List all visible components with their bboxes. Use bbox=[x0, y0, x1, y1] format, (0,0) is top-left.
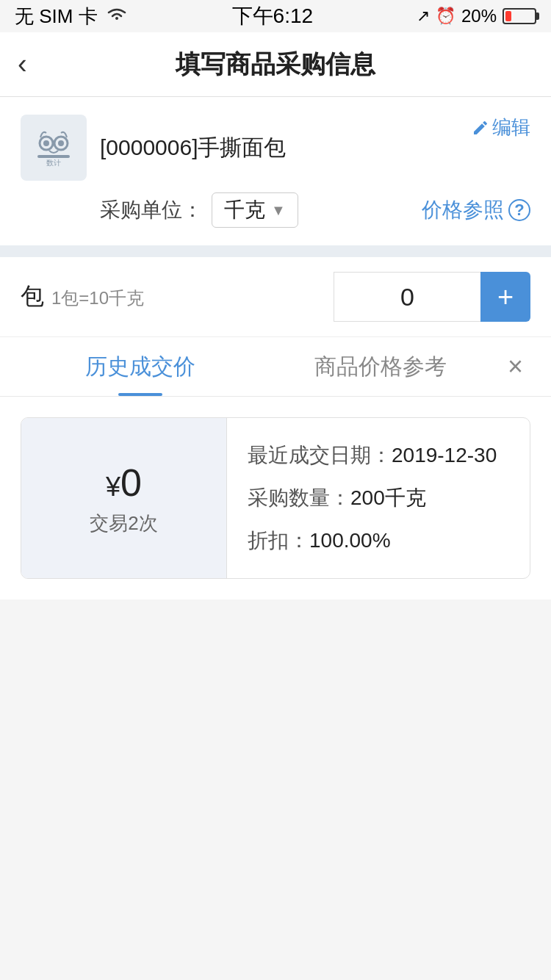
product-left: 数计 [0000006]手撕面包 bbox=[21, 115, 286, 181]
carrier-text: 无 SIM 卡 bbox=[15, 4, 98, 29]
tab-price-reference[interactable]: 商品价格参考 bbox=[260, 337, 500, 396]
unit-value: 千克 bbox=[224, 196, 265, 224]
product-card: 数计 [0000006]手撕面包 编辑 采购单位： 千克 ▼ 价格参照 ? bbox=[0, 97, 551, 245]
purchase-qty-label: 采购数量： bbox=[248, 486, 350, 509]
purchase-qty-value: 200千克 bbox=[350, 486, 426, 509]
battery-icon bbox=[503, 8, 536, 24]
recent-date-label: 最近成交日期： bbox=[248, 444, 392, 466]
discount-row: 折扣：100.00% bbox=[248, 525, 509, 556]
quantity-input-group: 0 + bbox=[334, 272, 530, 322]
quantity-input[interactable]: 0 bbox=[334, 272, 480, 322]
help-icon: ? bbox=[508, 199, 530, 221]
edit-button[interactable]: 编辑 bbox=[472, 115, 530, 140]
tabs-header: 历史成交价 商品价格参考 × bbox=[0, 337, 551, 397]
tab-history-price[interactable]: 历史成交价 bbox=[21, 337, 260, 396]
battery-percent: 20% bbox=[461, 6, 497, 26]
history-trades-count: 交易2次 bbox=[90, 511, 157, 536]
currency-symbol: ¥ bbox=[106, 472, 120, 502]
main-body bbox=[0, 599, 551, 980]
quantity-unit-label: 包 bbox=[21, 281, 44, 313]
history-price-card: ¥0 交易2次 最近成交日期：2019-12-30 采购数量：200千克 折扣：… bbox=[21, 417, 530, 579]
tab-content: ¥0 交易2次 最近成交日期：2019-12-30 采购数量：200千克 折扣：… bbox=[0, 397, 551, 599]
discount-label: 折扣： bbox=[248, 529, 309, 552]
product-full-name: [0000006]手撕面包 bbox=[100, 133, 286, 163]
history-price-left: ¥0 交易2次 bbox=[21, 418, 227, 578]
plus-icon: + bbox=[497, 281, 514, 313]
page-title: 填写商品采购信息 bbox=[176, 48, 375, 82]
history-price-right: 最近成交日期：2019-12-30 采购数量：200千克 折扣：100.00% bbox=[227, 418, 530, 578]
status-bar: 无 SIM 卡 下午6:12 ↗ ⏰ 20% bbox=[0, 0, 551, 32]
history-price-value: ¥0 bbox=[106, 461, 142, 505]
quantity-row: 包 1包=10千克 0 + bbox=[0, 257, 551, 337]
quantity-plus-button[interactable]: + bbox=[480, 272, 530, 322]
product-thumbnail: 数计 bbox=[21, 115, 87, 181]
tabs-close-button[interactable]: × bbox=[500, 353, 530, 380]
svg-point-3 bbox=[58, 140, 64, 146]
recent-date-value: 2019-12-30 bbox=[392, 444, 497, 466]
dropdown-arrow-icon: ▼ bbox=[271, 202, 286, 219]
svg-rect-4 bbox=[37, 155, 70, 158]
price-ref-label: 价格参照 bbox=[422, 196, 504, 224]
quantity-conversion: 1包=10千克 bbox=[51, 287, 144, 310]
location-icon: ↗ bbox=[417, 7, 430, 26]
status-right: ↗ ⏰ 20% bbox=[417, 6, 536, 26]
status-left: 无 SIM 卡 bbox=[15, 4, 129, 29]
status-time: 下午6:12 bbox=[232, 2, 314, 30]
product-logo-icon: 数计 bbox=[32, 123, 76, 173]
nav-bar: ‹ 填写商品采购信息 bbox=[0, 32, 551, 97]
product-top-row: 数计 [0000006]手撕面包 编辑 bbox=[21, 115, 530, 181]
price-reference-button[interactable]: 价格参照 ? bbox=[422, 196, 530, 224]
tabs-section: 历史成交价 商品价格参考 × ¥0 交易2次 最近成交日期：2019-12-30… bbox=[0, 337, 551, 599]
recent-date-row: 最近成交日期：2019-12-30 bbox=[248, 440, 509, 471]
price-number: 0 bbox=[120, 461, 142, 504]
unit-select[interactable]: 千克 ▼ bbox=[212, 192, 298, 228]
quantity-label-group: 包 1包=10千克 bbox=[21, 281, 144, 313]
back-button[interactable]: ‹ bbox=[18, 48, 27, 80]
svg-text:数计: 数计 bbox=[46, 159, 61, 167]
unit-label: 采购单位： bbox=[100, 196, 203, 224]
wifi-icon bbox=[105, 5, 129, 28]
alarm-icon: ⏰ bbox=[436, 7, 455, 26]
purchase-qty-row: 采购数量：200千克 bbox=[248, 483, 509, 514]
discount-value: 100.00% bbox=[309, 529, 391, 552]
section-divider bbox=[0, 245, 551, 257]
svg-point-2 bbox=[43, 140, 49, 146]
quantity-value: 0 bbox=[400, 283, 414, 311]
product-unit-row: 采购单位： 千克 ▼ 价格参照 ? bbox=[100, 192, 530, 228]
tab-price-reference-label: 商品价格参考 bbox=[314, 352, 447, 382]
tab-history-price-label: 历史成交价 bbox=[85, 352, 195, 382]
edit-label: 编辑 bbox=[492, 115, 530, 140]
